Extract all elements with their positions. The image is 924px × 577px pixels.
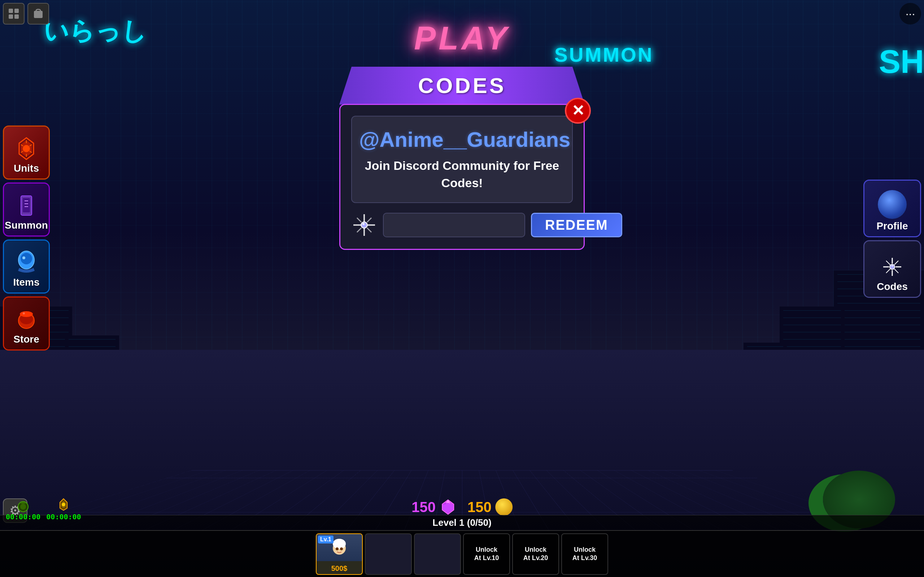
svg-line-45 <box>367 218 372 222</box>
roblox-backpack-icon[interactable] <box>27 3 49 24</box>
close-button[interactable]: ✕ <box>565 98 591 124</box>
svg-line-32 <box>886 261 890 265</box>
unit-slots: Lv.1 500$ <box>305 533 619 575</box>
summon-label: SUMMON <box>554 43 654 66</box>
codes-button[interactable]: Codes <box>863 240 921 298</box>
svg-rect-16 <box>23 198 30 213</box>
svg-point-8 <box>23 145 30 152</box>
svg-rect-2 <box>9 15 13 19</box>
modal-body: ✕ @Anime__Guardians Join Discord Communi… <box>339 104 585 250</box>
profile-label: Profile <box>876 220 908 232</box>
jp-billboard-text: いらっし <box>42 15 149 48</box>
summon-label: Summon <box>5 220 48 231</box>
codes-label: Codes <box>877 281 908 292</box>
profile-avatar <box>878 190 907 219</box>
units-button[interactable]: Units <box>3 126 50 180</box>
left-sidebar: Units Summon Items <box>0 122 53 353</box>
modal-username: @Anime__Guardians <box>359 127 565 152</box>
coin-icon <box>495 498 512 516</box>
svg-line-35 <box>886 269 890 273</box>
redeem-button[interactable]: REDEEM <box>531 213 622 237</box>
codes-modal: CODES ✕ @Anime__Guardians Join Discord C… <box>339 67 585 250</box>
svg-line-46 <box>357 228 361 232</box>
svg-point-21 <box>21 253 32 264</box>
menu-dots-button[interactable]: ··· <box>900 3 921 24</box>
profile-button[interactable]: Profile <box>863 180 921 237</box>
unit-slot-5[interactable]: UnlockAt Lv.20 <box>512 533 559 575</box>
timer-1: 00:00:00 <box>6 496 40 521</box>
code-input[interactable] <box>383 213 525 237</box>
unit-slot-1[interactable]: Lv.1 500$ <box>316 533 363 575</box>
roblox-menu-icon[interactable] <box>3 3 24 24</box>
svg-rect-1 <box>15 9 19 13</box>
unit-slot-3[interactable] <box>414 533 461 575</box>
unit-level-badge: Lv.1 <box>318 535 333 543</box>
modal-description: Join Discord Community for FreeCodes! <box>359 157 565 192</box>
svg-point-60 <box>20 504 26 509</box>
modal-header: CODES <box>339 67 585 105</box>
svg-line-43 <box>357 218 361 222</box>
items-icon <box>14 250 39 275</box>
timer-value-2: 00:00:00 <box>46 513 81 521</box>
svg-point-26 <box>23 312 25 314</box>
play-label: PLAY <box>414 20 510 57</box>
store-label: Store <box>13 334 39 345</box>
sh-partial-text: SH <box>879 43 924 81</box>
svg-point-57 <box>336 548 339 550</box>
svg-point-55 <box>333 541 339 548</box>
svg-line-33 <box>894 269 898 273</box>
svg-point-56 <box>339 541 345 548</box>
currency-display: 150 150 <box>412 498 512 516</box>
unlock-text-5: UnlockAt Lv.20 <box>523 546 548 562</box>
units-icon <box>14 136 39 161</box>
timer-2: 00:00:00 <box>46 496 81 521</box>
codes-sparkle-icon <box>880 254 905 279</box>
right-sidebar: Profile Codes <box>861 177 924 301</box>
modal-title: CODES <box>418 74 506 98</box>
store-icon <box>14 307 39 332</box>
unlock-text-6: UnlockAt Lv.30 <box>572 546 597 562</box>
svg-point-63 <box>62 503 65 506</box>
level-text: Level 1 (0/50) <box>432 517 491 528</box>
modal-input-row: REDEEM <box>351 212 573 238</box>
svg-point-22 <box>23 256 25 259</box>
unlock-text-4: UnlockAt Lv.10 <box>474 546 499 562</box>
level-bar: Level 1 (0/50) <box>0 515 924 530</box>
gold-amount: 150 <box>467 499 492 515</box>
svg-point-25 <box>20 311 33 317</box>
unit-slot-6[interactable]: UnlockAt Lv.30 <box>561 533 608 575</box>
modal-info-box: @Anime__Guardians Join Discord Community… <box>351 116 573 203</box>
timers-area: 00:00:00 00:00:00 <box>6 496 81 521</box>
items-label: Items <box>13 277 39 288</box>
gems-currency: 150 <box>412 498 457 516</box>
roblox-top-icons <box>3 3 49 24</box>
gems-amount: 150 <box>412 499 436 515</box>
timer-value-1: 00:00:00 <box>6 513 40 521</box>
units-label: Units <box>14 163 39 174</box>
unit-slot-2[interactable] <box>365 533 412 575</box>
summon-icon <box>14 193 39 218</box>
unit-cost-1: 500$ <box>331 564 347 573</box>
svg-line-34 <box>894 261 898 265</box>
svg-rect-3 <box>15 15 19 19</box>
gold-currency: 150 <box>467 498 512 516</box>
svg-rect-0 <box>9 9 13 13</box>
timer-icon-2 <box>56 496 71 513</box>
timer-icon-1 <box>15 496 31 513</box>
summon-button[interactable]: Summon <box>3 182 50 237</box>
unit-slot-4[interactable]: UnlockAt Lv.10 <box>463 533 510 575</box>
store-button[interactable]: Store <box>3 297 50 351</box>
svg-point-58 <box>340 548 343 550</box>
svg-point-48 <box>362 223 365 225</box>
bottom-bar: Lv.1 500$ <box>0 530 924 577</box>
svg-line-44 <box>367 228 372 232</box>
gem-icon <box>439 498 457 516</box>
modal-sparkle-icon <box>351 212 377 238</box>
svg-point-37 <box>892 265 893 266</box>
items-button[interactable]: Items <box>3 239 50 293</box>
